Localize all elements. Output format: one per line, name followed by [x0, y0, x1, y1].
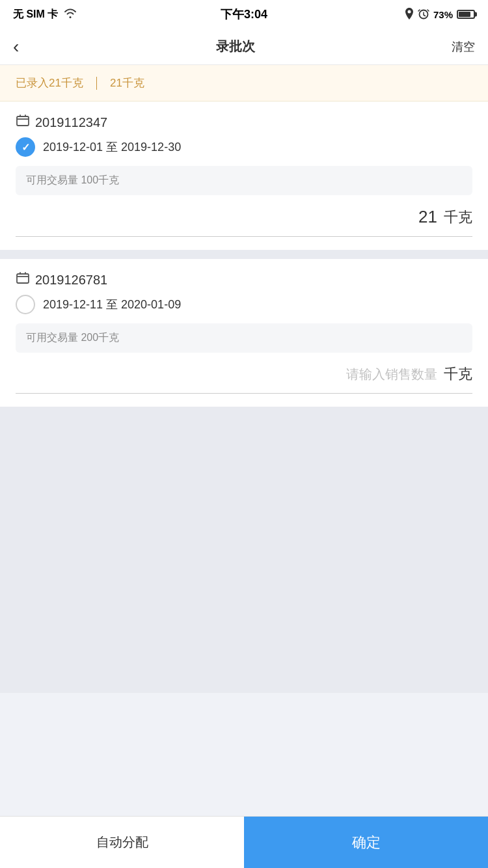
status-right: 73%: [405, 8, 475, 21]
confirm-button[interactable]: 确定: [244, 817, 488, 868]
status-time: 下午3:04: [221, 7, 267, 22]
sim-label: 无 SIM 卡: [13, 8, 58, 21]
batch-id-row-2: 2019126781: [16, 272, 472, 288]
sales-input-placeholder[interactable]: 请输入销售数量: [16, 366, 437, 383]
batch-date-text-2: 2019-12-11 至 2020-01-09: [43, 297, 181, 312]
quantity-unit-1: 千克: [444, 208, 472, 227]
status-left: 无 SIM 卡: [13, 8, 77, 21]
radio-1[interactable]: [16, 137, 35, 157]
section-separator: [0, 250, 488, 259]
status-bar: 无 SIM 卡 下午3:04 73%: [0, 0, 488, 29]
batch-date-row-1[interactable]: 2019-12-01 至 2019-12-30: [16, 137, 472, 157]
clear-button[interactable]: 清空: [452, 39, 475, 55]
batch-avail-row-1: 可用交易量 100千克: [16, 166, 472, 195]
input-row-2[interactable]: 请输入销售数量 千克: [0, 353, 488, 384]
batch-card-2: 2019126781 2019-12-11 至 2020-01-09 可用交易量…: [0, 259, 488, 407]
auto-distribute-button[interactable]: 自动分配: [0, 817, 244, 868]
location-icon: [405, 8, 414, 21]
gray-area: [0, 407, 488, 693]
batch-avail-row-2: 可用交易量 200千克: [16, 323, 472, 353]
batch-id-text-2: 2019126781: [35, 273, 107, 288]
battery-icon: [457, 10, 475, 19]
page-title: 录批次: [216, 38, 255, 55]
batch-card-1: 2019112347 2019-12-01 至 2019-12-30 可用交易量…: [0, 102, 488, 250]
summary-banner: 已录入21千克 21千克: [0, 65, 488, 102]
batch-date-row-2[interactable]: 2019-12-11 至 2020-01-09: [16, 295, 472, 314]
nav-bar: ‹ 录批次 清空: [0, 29, 488, 65]
svg-rect-2: [17, 274, 29, 283]
radio-2[interactable]: [16, 295, 35, 314]
quantity-row-1: 21 千克: [0, 195, 488, 227]
batch-id-text-1: 2019112347: [35, 115, 107, 130]
back-button[interactable]: ‹: [13, 38, 19, 56]
input-unit-2: 千克: [444, 364, 472, 384]
batch-avail-text-2: 可用交易量 200千克: [26, 332, 119, 343]
svg-rect-1: [17, 116, 29, 126]
summary-recorded-label: 已录入21千克: [16, 75, 83, 90]
quantity-value-1: 21: [418, 207, 437, 227]
batch-avail-text-1: 可用交易量 100千克: [26, 174, 119, 185]
batch-id-row-1: 2019112347: [16, 115, 472, 131]
battery-percent: 73%: [433, 9, 453, 20]
alarm-icon: [418, 8, 429, 21]
summary-total-label: 21千克: [110, 75, 144, 90]
summary-divider: [96, 77, 97, 90]
wifi-icon: [63, 8, 77, 21]
batch-date-text-1: 2019-12-01 至 2019-12-30: [43, 139, 181, 155]
batch-icon-1: [16, 115, 30, 131]
bottom-bar: 自动分配 确定: [0, 816, 488, 868]
batch-icon-2: [16, 272, 30, 288]
